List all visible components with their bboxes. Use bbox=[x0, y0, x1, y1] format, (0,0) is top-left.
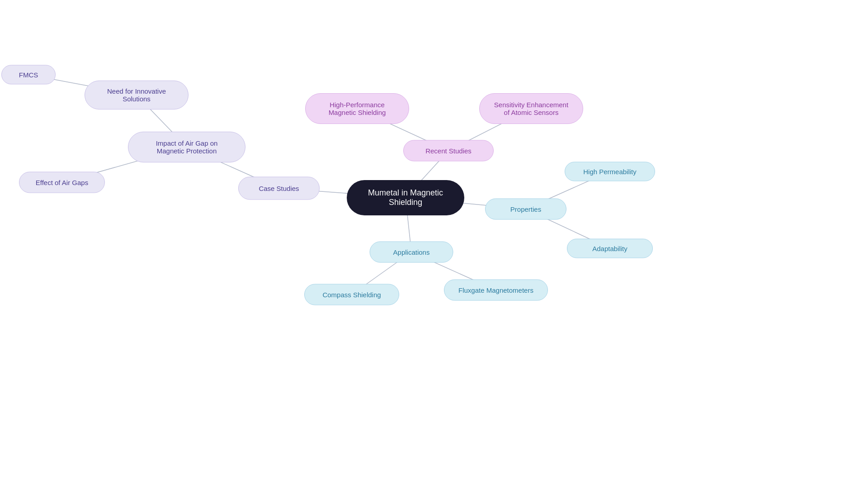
effect-air-gaps-label: Effect of Air Gaps bbox=[36, 179, 88, 186]
high-permeability-label: High Permeability bbox=[583, 168, 637, 176]
fmcs-node[interactable]: FMCS bbox=[1, 65, 56, 85]
central-label: Mumetal in Magnetic Shielding bbox=[363, 188, 448, 207]
recent-studies-label: Recent Studies bbox=[425, 147, 472, 155]
need-innovative-label: Need for Innovative Solutions bbox=[97, 87, 176, 103]
applications-node[interactable]: Applications bbox=[370, 242, 453, 263]
recent-studies-node[interactable]: Recent Studies bbox=[403, 140, 494, 162]
impact-air-gap-node[interactable]: Impact of Air Gap on Magnetic Protection bbox=[128, 132, 245, 162]
adaptability-node[interactable]: Adaptability bbox=[567, 239, 653, 258]
central-node[interactable]: Mumetal in Magnetic Shielding bbox=[347, 180, 464, 215]
applications-label: Applications bbox=[393, 248, 430, 256]
high-permeability-node[interactable]: High Permeability bbox=[565, 162, 655, 181]
sensitivity-enhancement-label: Sensitivity Enhancement of Atomic Sensor… bbox=[492, 101, 570, 116]
properties-node[interactable]: Properties bbox=[485, 199, 566, 220]
sensitivity-enhancement-node[interactable]: Sensitivity Enhancement of Atomic Sensor… bbox=[479, 93, 583, 124]
high-performance-node[interactable]: High-Performance Magnetic Shielding bbox=[305, 93, 409, 124]
case-studies-node[interactable]: Case Studies bbox=[238, 177, 320, 200]
case-studies-label: Case Studies bbox=[259, 185, 299, 192]
properties-label: Properties bbox=[510, 205, 541, 213]
compass-shielding-node[interactable]: Compass Shielding bbox=[304, 284, 399, 305]
fmcs-label: FMCS bbox=[19, 71, 38, 79]
effect-air-gaps-node[interactable]: Effect of Air Gaps bbox=[19, 172, 105, 193]
adaptability-label: Adaptability bbox=[592, 245, 627, 252]
impact-air-gap-label: Impact of Air Gap on Magnetic Protection bbox=[142, 139, 231, 155]
high-performance-label: High-Performance Magnetic Shielding bbox=[318, 101, 396, 116]
fluxgate-magnetometers-label: Fluxgate Magnetometers bbox=[458, 286, 533, 294]
need-innovative-node[interactable]: Need for Innovative Solutions bbox=[85, 81, 189, 109]
compass-shielding-label: Compass Shielding bbox=[322, 291, 381, 299]
fluxgate-magnetometers-node[interactable]: Fluxgate Magnetometers bbox=[444, 280, 548, 301]
